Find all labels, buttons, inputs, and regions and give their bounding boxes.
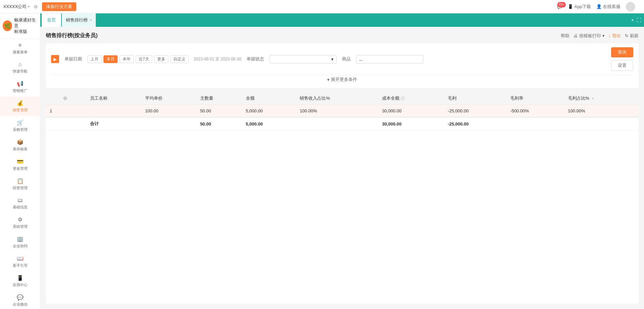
expand-icon: ▾ — [327, 77, 330, 82]
phone-icon: 📱 — [568, 4, 573, 9]
wechat-icon: 💬 — [17, 294, 24, 301]
expand-more-btn[interactable]: ▾ 展开更多条件 — [51, 75, 633, 84]
column-settings-icon[interactable]: ⚙ — [63, 96, 68, 101]
settings-button[interactable]: 设置 — [611, 60, 633, 71]
company-name: XXXXX公司 — [3, 4, 27, 10]
sidebar-label-system: 系统管理 — [13, 224, 28, 229]
tab-sales-label: 销售排行榜 — [66, 17, 88, 23]
message-icon-wrapper[interactable]: 💬 99+ — [557, 4, 562, 9]
goods-placeholder: ... — [359, 57, 363, 62]
footer-empty — [46, 117, 59, 131]
col-amount-label: 全额 — [246, 96, 255, 101]
th-amount: 全额 — [242, 92, 296, 105]
export-button[interactable]: ↓ 导出 — [609, 33, 621, 39]
last-7-days-btn[interactable]: 近7天 — [136, 55, 152, 63]
th-gross: 毛利 — [444, 92, 506, 105]
logo-line2: 标准版 — [14, 29, 37, 35]
more-btn[interactable]: 更多 — [154, 55, 168, 63]
footer-empty2 — [59, 117, 86, 131]
cost-info-icon[interactable]: ⓘ — [401, 96, 404, 100]
col-gross-rate-label: 毛利率 — [510, 96, 523, 101]
th-cost: 成本全额 ⓘ — [378, 92, 443, 105]
sidebar-item-system[interactable]: ⚙ 系统管理 — [0, 213, 40, 233]
marketing-icon: 📢 — [17, 81, 24, 87]
print-chevron: ▾ — [602, 33, 605, 38]
top-bar: XXXXX公司 ▾ ⚙ 体验行业方案 💬 99+ 📱 App下载 👤 在线客服 — [0, 0, 644, 13]
sidebar-label-base-info: 基础信息 — [13, 205, 28, 210]
tab-maximize-icon[interactable]: ⛶ — [637, 17, 641, 23]
sidebar-label-enterprise: 企业协同 — [13, 244, 28, 249]
table-container: ⚙ 员工名称 平均单价 主数量 — [46, 92, 639, 304]
th-name: 员工名称 — [86, 92, 141, 105]
sidebar-item-search-orders[interactable]: ≡ 搜索菜单 — [0, 39, 40, 58]
app-download-btn[interactable]: 📱 App下载 — [568, 4, 591, 10]
sales-icon: 💰 — [17, 100, 24, 106]
this-year-btn[interactable]: 本年 — [120, 55, 134, 63]
page-content: 销售排行榜(按业务员) 帮助 🖨 按模板打印 ▾ ↓ 导出 ↻ 刷新 — [40, 27, 644, 309]
cell-qty: 50.00 — [196, 105, 242, 117]
filter-area: ▶ 单据日期 上月 本月 本年 近7天 更多 自定义 2023-06-01 至 … — [46, 43, 639, 88]
cell-avg-price: 100.00 — [141, 105, 196, 117]
refresh-button[interactable]: ↻ 刷新 — [625, 33, 639, 39]
company-selector[interactable]: XXXXX公司 ▾ — [3, 4, 30, 10]
sidebar-item-wechat[interactable]: 💬 企业微信 — [0, 291, 40, 309]
custom-btn[interactable]: 自定义 — [170, 55, 188, 63]
online-service-btn[interactable]: 👤 在线客服 — [596, 4, 620, 10]
sidebar-item-sales[interactable]: 💰 销售管理 — [0, 97, 40, 116]
settings-icon[interactable]: ⚙ — [34, 4, 38, 9]
tab-home[interactable]: 首页 — [42, 13, 61, 27]
status-select[interactable]: ▾ — [269, 55, 337, 63]
last-month-btn[interactable]: 上月 — [87, 55, 101, 63]
tab-minimize-icon[interactable]: × — [631, 17, 634, 23]
date-buttons: 上月 本月 本年 近7天 更多 自定义 — [87, 55, 188, 63]
th-gross-pct: 毛利占比% ▼ — [564, 92, 639, 105]
sidebar-item-operations[interactable]: 📋 经营管理 — [0, 174, 40, 194]
col-avg-price-label: 平均单价 — [145, 96, 163, 101]
gross-pct-sort-icon[interactable]: ▼ — [591, 97, 595, 100]
avatar[interactable] — [626, 2, 635, 11]
main-layout: 🌿 畅康通好生意 标准版 ≡ 搜索菜单 ⌂ 快捷导航 📢 营销推广 💰 销售管理… — [0, 13, 644, 309]
message-badge: 99+ — [557, 2, 566, 7]
th-settings[interactable]: ⚙ — [59, 92, 86, 105]
search-orders-icon: ≡ — [18, 42, 22, 48]
footer-qty: 50.00 — [196, 117, 242, 131]
service-label: 在线客服 — [603, 4, 620, 10]
tab-sales-ranking[interactable]: 销售排行榜 × — [62, 13, 96, 27]
sidebar-item-enterprise[interactable]: 🏢 企业协同 — [0, 233, 40, 252]
cell-cost: 30,000.00 — [378, 105, 443, 117]
query-button[interactable]: 查询 — [611, 47, 633, 57]
sidebar-label-finance: 资金管理 — [13, 166, 28, 171]
print-label: 按模板打印 — [579, 33, 601, 39]
help-button[interactable]: 帮助 — [561, 33, 569, 39]
sidebar-item-apps[interactable]: 📱 应用中心 — [0, 271, 40, 291]
print-button[interactable]: 🖨 按模板打印 ▾ — [573, 33, 605, 39]
chevron-down-icon: ▾ — [28, 5, 30, 8]
trial-button[interactable]: 体验行业方案 — [42, 2, 76, 11]
goods-filter[interactable]: ... — [356, 55, 423, 63]
filter-expand-icon[interactable]: ▶ — [51, 55, 59, 63]
cell-gross-pct: 100.00% — [564, 105, 639, 117]
sidebar-item-inventory[interactable]: 📦 库存核算 — [0, 136, 40, 155]
footer-avg-price — [141, 117, 196, 131]
cell-name — [86, 105, 141, 117]
th-qty: 主数量 — [196, 92, 242, 105]
sidebar-item-purchase[interactable]: 🛒 采购管理 — [0, 116, 40, 136]
status-label: 单据状态 — [247, 56, 264, 62]
expand-label: 展开更多条件 — [331, 76, 357, 83]
sidebar: 🌿 畅康通好生意 标准版 ≡ 搜索菜单 ⌂ 快捷导航 📢 营销推广 💰 销售管理… — [0, 13, 40, 309]
guide-icon: 📖 — [17, 255, 24, 262]
sidebar-item-base-info[interactable]: 🗂 基础信息 — [0, 194, 40, 213]
col-gross-pct-label: 毛利占比% — [568, 96, 590, 101]
sidebar-label-inventory: 库存核算 — [13, 147, 28, 152]
refresh-icon: ↻ — [625, 33, 629, 38]
sidebar-item-finance[interactable]: 💳 资金管理 — [0, 155, 40, 174]
footer-cost: 30,000.00 — [378, 117, 443, 131]
sidebar-item-guide[interactable]: 📖 新手引导 — [0, 252, 40, 271]
tab-close-icon[interactable]: × — [90, 18, 92, 22]
sidebar-item-quick-nav[interactable]: ⌂ 快捷导航 — [0, 58, 40, 77]
sidebar-item-marketing[interactable]: 📢 营销推广 — [0, 77, 40, 97]
sidebar-logo: 🌿 畅康通好生意 标准版 — [0, 13, 40, 39]
logo-text: 畅康通好生意 标准版 — [14, 17, 37, 35]
this-month-btn[interactable]: 本月 — [103, 55, 118, 63]
footer-gross-pct — [564, 117, 639, 131]
